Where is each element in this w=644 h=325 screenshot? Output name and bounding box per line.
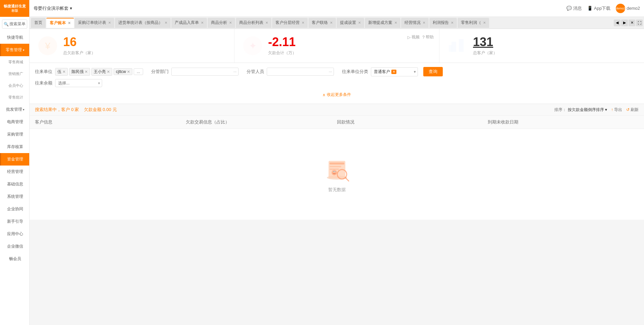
tab-home[interactable]: 首页 <box>31 18 46 28</box>
tab-close-icon[interactable]: ✕ <box>68 21 71 25</box>
tab-close-icon[interactable]: ✕ <box>330 21 333 25</box>
filter-more-tags-button[interactable]: ... <box>134 68 143 75</box>
result-actions: 排序： 按欠款金额倒序排序 ▾ ↑ 导出 ↺ 刷新 <box>554 107 639 113</box>
tab-left-arrow[interactable]: ◀ <box>614 20 620 26</box>
result-sort: 排序： 按欠款金额倒序排序 ▾ <box>554 107 607 113</box>
tab-customer-tier[interactable]: 客户分层经营 ✕ <box>272 18 308 28</box>
tab-retail-profit[interactable]: 零售利润（ ✕ <box>458 18 489 28</box>
filter-dept-input[interactable] <box>171 68 239 76</box>
tab-close-icon[interactable]: ✕ <box>108 21 111 25</box>
tab-customer-ledger[interactable]: 客户账本 ✕ <box>46 18 74 28</box>
tab-close-icon[interactable]: ✕ <box>451 21 454 25</box>
filter-unit-type-clear[interactable]: ✕ <box>391 70 396 74</box>
refresh-button[interactable]: ↺ 刷新 <box>626 107 639 113</box>
tab-profit-report[interactable]: 利润报告 ✕ <box>429 18 457 28</box>
filter-person-more-icon[interactable]: ··· <box>329 70 332 74</box>
svg-point-14 <box>332 170 337 175</box>
tab-commission-settings[interactable]: 提成设置 ✕ <box>337 18 364 28</box>
tab-close-icon[interactable]: ✕ <box>229 21 232 25</box>
tab-close-icon[interactable]: ✕ <box>423 21 425 25</box>
stat-info-total: 131 总客户（家） <box>473 36 497 56</box>
tab-close-icon[interactable]: ✕ <box>302 21 304 25</box>
tab-purchase-by-product[interactable]: 进货单统计表（按商品） ✕ <box>115 18 171 28</box>
sidebar-item-ecommerce[interactable]: 电商管理 <box>0 116 29 128</box>
sidebar-item-app-center[interactable]: 应用中心 <box>0 228 29 240</box>
svg-rect-4 <box>452 42 456 52</box>
tab-close-icon[interactable]: ✕ <box>265 21 268 25</box>
sidebar-item-quick-nav[interactable]: 快捷导航 <box>0 31 29 44</box>
tab-right-arrow[interactable]: ▶ <box>621 20 628 26</box>
table-col-due-date: 到期未收款日期 <box>488 119 639 125</box>
filter-person-input[interactable] <box>267 68 334 76</box>
message-icon: 💬 <box>566 6 572 11</box>
svg-point-17 <box>333 171 334 172</box>
empty-icon <box>320 156 354 183</box>
tab-close-icon[interactable]: ✕ <box>483 21 486 25</box>
filter-unit-type-select[interactable]: 普通客户 ✕ <box>371 67 418 76</box>
sidebar-item-retail-stats[interactable]: 零售统计 <box>0 92 29 103</box>
sidebar-item-guide[interactable]: 新手引导 <box>0 215 29 228</box>
sidebar-item-inventory[interactable]: 库存核算 <box>0 141 29 153</box>
filter-row-2: 往来余额 选择... <box>35 79 639 87</box>
stat-label-overdue: 总欠款客户（家） <box>63 50 95 56</box>
sidebar-item-member[interactable]: 会员中心 <box>0 80 29 92</box>
store-name: 母婴行业演示帐套 <box>34 5 69 11</box>
stat-label-amount: 欠款合计（万） <box>268 50 296 56</box>
table-col-customer-info: 客户信息 <box>35 119 186 125</box>
sidebar-item-system[interactable]: 系统管理 <box>0 190 29 203</box>
stats-row: ¥ 16 总欠款客户（家） ✦ -2.11 欠款合计（万） <box>30 29 644 63</box>
svg-text:¥: ¥ <box>45 41 50 51</box>
search-icon: 🔍 <box>4 22 9 27</box>
tab-purchase-stats[interactable]: 采购订单统计表 ✕ <box>75 18 114 28</box>
sidebar-item-retail-mall[interactable]: 零售商城 <box>0 56 29 68</box>
message-button[interactable]: 💬 消息 <box>566 5 582 11</box>
tab-product-inbound[interactable]: 产成品入库单 ✕ <box>171 18 207 28</box>
filter-tag-close-4[interactable]: ✕ <box>127 70 130 74</box>
filter-tag-close-1[interactable]: ✕ <box>62 70 66 74</box>
tab-fullscreen[interactable]: ⛶ <box>636 20 643 26</box>
filter-unit-label: 往来单位 <box>35 69 52 75</box>
video-icon: ▷ <box>407 35 411 40</box>
sort-select[interactable]: 按欠款金额倒序排序 ▾ <box>568 107 607 113</box>
query-button[interactable]: 查询 <box>423 67 443 76</box>
tab-close-icon[interactable]: ✕ <box>358 21 361 25</box>
tab-close-all[interactable]: ✕ <box>629 20 635 26</box>
filter-dept-more-icon[interactable]: ··· <box>233 70 237 74</box>
result-bar: 搜索结果中，客户 0 家 欠款金额 0.00 元 排序： 按欠款金额倒序排序 ▾… <box>30 104 644 116</box>
search-menu-button[interactable]: 🔍 搜索菜单 <box>2 20 27 29</box>
sidebar-item-member-vip[interactable]: 畅会员 <box>0 253 29 265</box>
user-menu[interactable]: demo2 demo2 <box>616 4 640 13</box>
sidebar-item-marketing[interactable]: 营销推广 <box>0 68 29 80</box>
help-button[interactable]: ? 帮助 <box>422 34 434 40</box>
filter-remainder-select[interactable]: 选择... <box>55 79 102 87</box>
tab-product-analysis[interactable]: 商品分析 ✕ <box>208 18 235 28</box>
sidebar-item-retail[interactable]: 零售管理 ▾ <box>0 44 29 56</box>
sidebar-item-purchase[interactable]: 采购管理 <box>0 128 29 141</box>
filter-tags: 伍 ✕ 陈民强 ✕ 王小亮 ✕ cjttcw ✕ ... <box>55 68 143 76</box>
table-header: 客户信息 欠款交易信息（占比） 回款情况 到期未收款日期 <box>30 116 644 129</box>
collapse-button[interactable]: ∧ 收起更多条件 <box>35 90 639 100</box>
app-download-button[interactable]: 📱 App下载 <box>587 5 610 11</box>
table-col-overdue-info: 欠款交易信息（占比） <box>186 119 337 125</box>
help-icon: ? <box>422 35 425 40</box>
tab-new-commission[interactable]: 新增提成方案 ✕ <box>365 18 400 28</box>
filter-tag-close-2[interactable]: ✕ <box>85 70 88 74</box>
sidebar-item-wechat[interactable]: 企业微信 <box>0 240 29 253</box>
filter-tag-4: cjttcw ✕ <box>114 68 132 75</box>
tab-operations[interactable]: 经营情况 ✕ <box>401 18 429 28</box>
sidebar-item-wholesale[interactable]: 批发管理 ▾ <box>0 103 29 116</box>
tab-customer-contact[interactable]: 客户联络 ✕ <box>308 18 336 28</box>
tab-close-icon[interactable]: ✕ <box>394 21 397 25</box>
sidebar-item-enterprise[interactable]: 企业协同 <box>0 203 29 215</box>
sidebar-item-basic-info[interactable]: 基础信息 <box>0 178 29 190</box>
tab-close-icon[interactable]: ✕ <box>165 21 167 25</box>
store-selector[interactable]: 母婴行业演示帐套 ▾ <box>34 5 72 11</box>
sidebar-item-operations[interactable]: 经营管理 <box>0 166 29 178</box>
tab-product-analysis-list[interactable]: 商品分析列表 ✕ <box>236 18 271 28</box>
video-help-button[interactable]: ▷ 视频 <box>407 34 420 40</box>
tab-close-icon[interactable]: ✕ <box>201 21 204 25</box>
filter-tag-close-3[interactable]: ✕ <box>107 70 110 74</box>
sidebar-item-finance[interactable]: 资金管理 <box>0 153 29 166</box>
filter-person-label: 分管人员 <box>247 69 264 75</box>
export-button[interactable]: ↑ 导出 <box>611 107 622 113</box>
